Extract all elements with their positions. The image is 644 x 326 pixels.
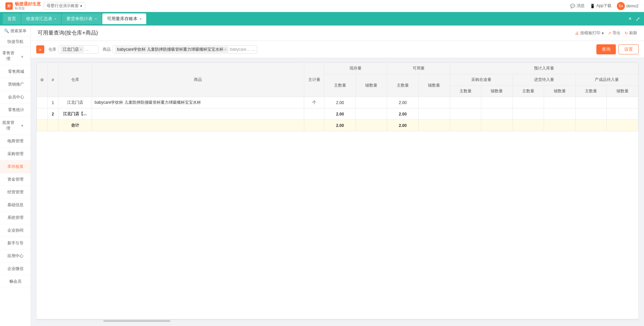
td-index: 2: [48, 108, 58, 120]
sidebar-nav[interactable]: 快捷导航: [0, 37, 31, 47]
th-current-aux: 辅数量: [356, 74, 387, 97]
sidebar-item-wholesale-mgmt-label: 批发管理: [1, 120, 15, 131]
sidebar-item-wholesale-mgmt[interactable]: 批发管理 ▼: [0, 117, 31, 135]
tab-requisition-stats-close[interactable]: ×: [95, 17, 97, 21]
message-button[interactable]: 💬 消息: [570, 3, 585, 9]
chevron-down-icon: ▾: [602, 31, 604, 36]
sidebar-item-purchase-mgmt[interactable]: 采购管理: [0, 148, 31, 160]
tab-requisition-stats[interactable]: 要货单统计表 ×: [62, 13, 101, 24]
th-available: 可用量: [387, 63, 450, 74]
product-filter-tags[interactable]: babycare学饮杯 儿童防摔防撞吸管杯重力球吸嘴杯宝宝水杯 × babyca…: [113, 45, 257, 54]
warehouse-filter-group: 仓库 江北门店 × ...: [48, 45, 99, 54]
industry-selector[interactable]: 母婴行业演示账套 ▾: [44, 2, 85, 10]
td-footer-goods-pending-aux: [544, 120, 576, 131]
tab-receive-pay-close[interactable]: ×: [54, 17, 56, 21]
warehouse-tag-close[interactable]: ×: [80, 47, 82, 51]
sidebar-item-inventory-mgmt[interactable]: 库存核算: [0, 160, 31, 173]
sidebar-item-retail-stats-label: 零售统计: [3, 107, 29, 113]
tab-expand-button[interactable]: ⤢: [634, 14, 641, 24]
td-current-main: 2.00: [324, 108, 356, 120]
td-goods-pending-aux: [544, 108, 576, 120]
sidebar-item-purchase-mgmt-label: 采购管理: [1, 151, 29, 157]
sidebar-item-member-center[interactable]: 会员中心: [0, 91, 31, 104]
product-more[interactable]: babycare… ...: [230, 47, 255, 52]
sidebar-item-enterprise-collab[interactable]: 企业协同: [0, 224, 31, 237]
horizontal-scrollbar[interactable]: [36, 319, 639, 322]
th-settings[interactable]: ⚙: [37, 63, 48, 97]
product-tag-close[interactable]: ×: [224, 47, 226, 51]
th-current-stock: 现存量: [324, 63, 387, 74]
td-purchase-transit-main: [450, 108, 481, 120]
sidebar-item-retail-mall[interactable]: 零售商城: [0, 65, 31, 78]
td-purchase-transit-aux: [481, 108, 513, 120]
sidebar-item-enterprise-collab-label: 企业协同: [1, 228, 29, 233]
th-goods-pending: 进货待入量: [513, 74, 575, 86]
tab-available-stock-close[interactable]: ×: [140, 17, 142, 21]
sidebar: 🔍 搜索菜单 快捷导航 零售管理 ▲ 零售商城 营销推广 会员中心 零售统计 批…: [0, 26, 31, 326]
tab-home[interactable]: 首页: [3, 13, 21, 24]
logo: 好 畅捷通好生意 标准版: [5, 1, 41, 11]
sidebar-item-app-center-label: 应用中心: [1, 253, 29, 259]
tab-bar: 首页 收发存汇总表 × 要货单统计表 × 可用量库存账本 × × ⤢: [0, 12, 644, 26]
th-products-pending: 产成品待入量: [575, 74, 638, 86]
refresh-button[interactable]: ↻ 刷新: [625, 30, 637, 36]
td-goods-pending-main: [513, 97, 544, 108]
top-bar-left: 好 畅捷通好生意 标准版 母婴行业演示账套 ▾: [5, 1, 85, 11]
tab-close-all-button[interactable]: ×: [627, 14, 633, 24]
chevron-up-icon: ▲: [15, 54, 30, 58]
sidebar-item-operations-mgmt[interactable]: 经营管理: [0, 186, 31, 199]
tab-receive-pay[interactable]: 收发存汇总表 ×: [21, 13, 61, 24]
print-button[interactable]: 🖨 按模板打印 ▾: [575, 30, 604, 36]
warehouse-more[interactable]: ...: [85, 47, 89, 52]
query-button[interactable]: 查询: [596, 44, 616, 54]
th-purchase-transit-main: 主数量: [450, 86, 481, 97]
th-products-pending-aux: 辅数量: [607, 86, 638, 97]
expand-button[interactable]: »: [36, 45, 44, 53]
td-footer-current-aux: [356, 120, 387, 131]
td-warehouse: 江北门店: [58, 97, 92, 108]
message-icon: 💬: [570, 4, 575, 8]
sidebar-item-ecommerce-mgmt[interactable]: 电商管理: [0, 135, 31, 148]
app-download-button[interactable]: 📱 App下载: [590, 3, 611, 9]
sidebar-item-retail-stats[interactable]: 零售统计: [0, 104, 31, 117]
inventory-table: ⚙ # 仓库 商品 主计量 现存量 可用量 预计入库量 主数量 辅数量: [37, 62, 638, 131]
sidebar-item-marketing[interactable]: 营销推广: [0, 78, 31, 91]
warehouse-filter-tags[interactable]: 江北门店 × ...: [58, 45, 99, 54]
export-button[interactable]: ↗ 导出: [608, 30, 621, 36]
sidebar-item-retail-mgmt[interactable]: 零售管理 ▲: [0, 47, 31, 65]
sidebar-search[interactable]: 🔍 搜索菜单: [0, 26, 31, 37]
td-warehouse: 江北门店【...: [58, 108, 92, 120]
sidebar-item-app-center[interactable]: 应用中心: [0, 250, 31, 263]
td-footer-goods-pending-main: [513, 120, 544, 131]
td-footer-current-main: 2.00: [324, 120, 356, 131]
th-index: #: [48, 63, 58, 97]
page-title: 可用量查询(按仓库+商品): [38, 30, 98, 37]
settings-button[interactable]: 设置: [619, 44, 639, 54]
sidebar-item-marketing-label: 营销推广: [3, 82, 29, 87]
td-footer-purchase-transit-main: [450, 120, 481, 131]
td-available-aux: [419, 97, 450, 108]
sidebar-item-system-mgmt[interactable]: 系统管理: [0, 212, 31, 224]
td-products-pending-aux: [607, 108, 638, 120]
sidebar-item-basic-info-label: 基础信息: [1, 202, 29, 208]
sidebar-item-inventory-mgmt-label: 库存核算: [1, 164, 29, 170]
tab-available-stock[interactable]: 可用量库存账本 ×: [102, 13, 146, 24]
print-label: 按模板打印: [580, 30, 600, 36]
sidebar-item-retail-mgmt-label: 零售管理: [1, 50, 15, 62]
warehouse-filter-label: 仓库: [48, 47, 56, 52]
td-footer-index: [48, 120, 58, 131]
scroll-thumb[interactable]: [103, 320, 170, 322]
sidebar-item-basic-info[interactable]: 基础信息: [0, 199, 31, 212]
table-row: 2 江北门店【... 2.00 2.00: [37, 108, 638, 120]
sidebar-item-enterprise-wechat[interactable]: 企业微信: [0, 263, 31, 275]
print-icon: 🖨: [575, 31, 579, 36]
sidebar-item-finance-mgmt[interactable]: 资金管理: [0, 173, 31, 186]
table-header-row-1: ⚙ # 仓库 商品 主计量 现存量 可用量 预计入库量: [37, 63, 638, 74]
sidebar-item-vip-member[interactable]: 畅会员: [0, 275, 31, 288]
td-unit: 个: [304, 97, 324, 108]
td-footer-products-pending-main: [575, 120, 607, 131]
sidebar-item-new-guide[interactable]: 新手引导: [0, 237, 31, 250]
top-bar-right: 💬 消息 📱 App下载 Ea demo2: [570, 2, 639, 10]
td-products-pending-main: [575, 97, 607, 108]
user-avatar-area[interactable]: Ea demo2: [617, 2, 639, 10]
